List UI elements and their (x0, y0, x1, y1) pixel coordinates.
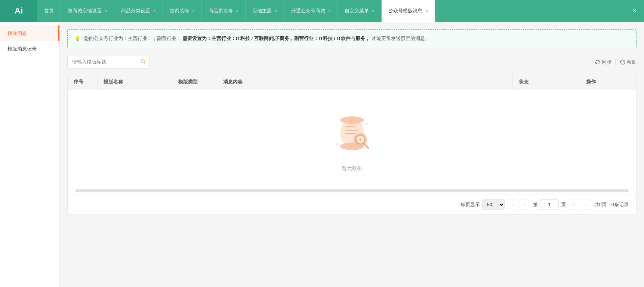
tab-custommenu-close[interactable]: × (372, 8, 375, 13)
tab-productpage-label: 商品页装修 (209, 7, 233, 14)
tab-homepage-label: 首页装修 (170, 7, 189, 14)
data-table: 序号 模版名称 模版类型 消息内容 状态 操作 (67, 74, 637, 215)
tab-templatemsg-label: 公众号模版消息 (388, 7, 422, 14)
sidebar-item-template-msg-record-label: 模版消息记录 (7, 46, 37, 52)
page-suffix: 页 (561, 201, 566, 208)
svg-line-13 (364, 143, 369, 149)
per-page-label: 每页显示 (460, 201, 480, 208)
empty-illustration (330, 113, 375, 158)
logo: Ai (0, 0, 37, 22)
notice-suffix: 才能正常发送预置的消息。 (372, 36, 430, 41)
tab-home-label: 首页 (44, 7, 54, 14)
page-prefix: 第 (533, 201, 538, 208)
tab-weshop-label: 微商城店铺设置 (68, 7, 102, 14)
main-layout: 模版消息 模版消息记录 💡 您的公众号行业为：主营行业：，副营行业： 需要设置为… (0, 22, 644, 287)
tab-homepage[interactable]: 首页装修 × (163, 0, 202, 22)
first-page-button[interactable] (508, 199, 518, 210)
page-nav (508, 199, 530, 210)
sync-button[interactable]: 同步 (595, 59, 611, 65)
divider: | (615, 59, 616, 65)
tab-templatemsg-close[interactable]: × (425, 8, 428, 13)
svg-line-1 (144, 62, 145, 64)
empty-text: 暂无数据 (342, 165, 363, 172)
page-input-wrap: 第 页 (533, 199, 566, 210)
tab-bar: Ai 首页 微商城店铺设置 × 商品分类设置 × 首页装修 × 商品页装修 × … (0, 0, 644, 22)
notice-box: 💡 您的公众号行业为：主营行业：，副营行业： 需要设置为：主营行业：IT科技 /… (67, 29, 637, 48)
search-right: 同步 | 帮助 (595, 59, 637, 65)
tab-openmall-close[interactable]: × (328, 8, 331, 13)
last-page-button[interactable] (581, 199, 591, 210)
tab-custommenu[interactable]: 自定义菜单 × (338, 0, 382, 22)
per-page-select-wrap: 每页显示 50 10 20 100 (460, 199, 505, 210)
tab-custommenu-label: 自定义菜单 (345, 7, 369, 14)
scroll-bar-wrap (68, 187, 636, 195)
search-left (67, 56, 150, 68)
sidebar-item-template-msg-record[interactable]: 模版消息记录 (0, 41, 59, 57)
svg-point-5 (340, 116, 364, 124)
tab-theme[interactable]: 店铺主题 × (246, 0, 284, 22)
content-area: 💡 您的公众号行业为：主营行业：，副营行业： 需要设置为：主营行业：IT科技 /… (60, 22, 644, 287)
search-button[interactable] (140, 59, 146, 65)
total-info: 共0页，0条记录 (594, 201, 629, 208)
tab-weshop-close[interactable]: × (105, 8, 107, 13)
sync-label: 同步 (602, 59, 611, 65)
tab-category-close[interactable]: × (153, 8, 156, 13)
sidebar: 模版消息 模版消息记录 (0, 22, 60, 287)
th-seq: 序号 (68, 74, 98, 90)
th-type: 模版类型 (172, 74, 217, 90)
notice-highlight: 需要设置为：主营行业：IT科技 / 互联网|电子商务，副营行业：IT科技 / I… (182, 36, 370, 41)
tab-weshop[interactable]: 微商城店铺设置 × (61, 0, 114, 22)
sidebar-item-template-msg[interactable]: 模版消息 (0, 25, 59, 41)
notice-prefix: 您的公众号行业为：主营行业：，副营行业： (84, 36, 181, 41)
svg-point-17 (369, 128, 371, 129)
notice-icon: 💡 (74, 36, 80, 41)
tab-openmall-label: 开通公众号商城 (291, 7, 325, 14)
th-action: 操作 (580, 74, 636, 90)
search-input-wrap (67, 56, 150, 68)
tab-templatemsg[interactable]: 公众号模版消息 × (382, 0, 435, 22)
tab-category[interactable]: 商品分类设置 × (114, 0, 163, 22)
tab-theme-close[interactable]: × (275, 8, 277, 13)
tab-homepage-close[interactable]: × (192, 8, 195, 13)
table-header: 序号 模版名称 模版类型 消息内容 状态 操作 (68, 74, 636, 90)
svg-point-18 (336, 143, 339, 146)
page-number-input[interactable] (540, 199, 559, 210)
tab-theme-label: 店铺主题 (252, 7, 272, 14)
horizontal-scrollbar[interactable] (75, 189, 629, 192)
svg-point-0 (141, 59, 145, 63)
help-label: 帮助 (627, 59, 637, 65)
close-all-button[interactable]: × (625, 0, 644, 22)
tab-productpage[interactable]: 商品页装修 × (202, 0, 246, 22)
th-name: 模版名称 (98, 74, 172, 90)
per-page-select[interactable]: 50 10 20 100 (482, 199, 505, 210)
tab-home[interactable]: 首页 (37, 0, 61, 22)
tab-openmall[interactable]: 开通公众号商城 × (284, 0, 338, 22)
empty-state: 暂无数据 (68, 90, 636, 187)
tab-productpage-close[interactable]: × (236, 8, 238, 13)
tab-category-label: 商品分类设置 (121, 7, 150, 14)
page-nav-next (569, 199, 591, 210)
sidebar-item-template-msg-label: 模版消息 (7, 30, 27, 36)
pagination: 每页显示 50 10 20 100 (68, 195, 636, 214)
next-page-button[interactable] (569, 199, 579, 210)
prev-page-button[interactable] (520, 199, 530, 210)
th-status: 状态 (513, 74, 580, 90)
search-input[interactable] (67, 56, 150, 68)
search-bar: 同步 | 帮助 (67, 56, 637, 68)
th-content: 消息内容 (217, 74, 513, 90)
help-button[interactable]: 帮助 (620, 59, 637, 65)
svg-point-16 (366, 123, 368, 125)
